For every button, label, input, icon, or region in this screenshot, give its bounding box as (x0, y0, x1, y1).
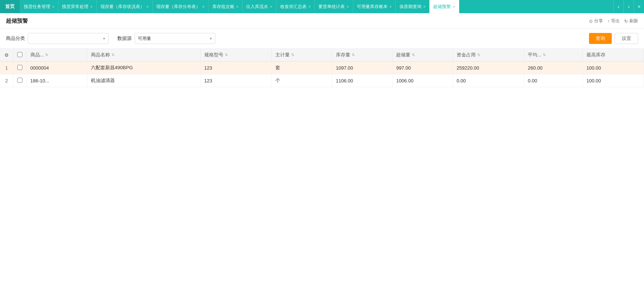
tab-close-icon-0[interactable]: × (52, 4, 54, 9)
cell-max-stock: 100.00 (583, 62, 644, 74)
nav-tab-6[interactable]: 收发存汇总表× (277, 0, 315, 13)
col-overstock[interactable]: 超储量 ⇅ (392, 49, 453, 62)
filter-row: 商品分类 ▾ 数据源 可用量 ▾ 查询 设置 (0, 29, 644, 49)
page-content: 超储预警 ⊙ 分享 ↑ 导出 ↻ 刷新 商品分类 ▾ 数据源 (0, 13, 644, 293)
nav-tab-5[interactable]: 出入库流水× (242, 0, 276, 13)
select-all-checkbox[interactable] (17, 52, 22, 57)
cell-capital: 259220.00 (453, 62, 524, 74)
nav-tab-0[interactable]: 拣货任务管理× (20, 0, 58, 13)
col-product-name[interactable]: 商品名称 ⇅ (87, 49, 200, 62)
sort-spec-icon: ⇅ (225, 53, 228, 57)
tab-close-icon-7[interactable]: × (347, 4, 349, 9)
cell-overstock: 1006.00 (392, 74, 453, 87)
share-icon: ⊙ (589, 19, 593, 24)
cell-capital: 0.00 (453, 74, 524, 87)
datasource-label: 数据源 (117, 35, 132, 42)
nav-tab-10[interactable]: 超储预警× (429, 0, 459, 13)
nav-tab-7[interactable]: 要货单统计表× (315, 0, 353, 13)
cell-product-code: 186-10... (26, 74, 87, 87)
page-header: 超储预警 ⊙ 分享 ↑ 导出 ↻ 刷新 (0, 13, 644, 29)
setting-button[interactable]: 设置 (615, 33, 638, 44)
category-select[interactable]: ▾ (28, 33, 109, 44)
col-max-stock[interactable]: 最高库存 (583, 49, 644, 62)
tab-close-icon-10[interactable]: × (453, 4, 455, 9)
nav-home[interactable]: 首页 (0, 0, 20, 13)
tab-close-icon-8[interactable]: × (389, 4, 392, 9)
nav-prev-btn[interactable]: ‹ (613, 0, 623, 13)
cell-spec: 123 (200, 74, 271, 87)
nav-tab-2[interactable]: 现存量（库存状况表）× (97, 0, 153, 13)
nav-next-btn[interactable]: › (623, 0, 634, 13)
nav-tab-9[interactable]: 保质期查询× (396, 0, 429, 13)
row-index: 1 (0, 62, 13, 74)
table-container: ⚙ 商品... ⇅ 商品名称 ⇅ (0, 49, 644, 87)
cell-product-code: 0000004 (26, 62, 87, 74)
header-actions: ⊙ 分享 ↑ 导出 ↻ 刷新 (589, 18, 638, 24)
col-stock[interactable]: 库存量 ⇅ (332, 49, 392, 62)
data-table: ⚙ 商品... ⇅ 商品名称 ⇅ (0, 49, 644, 87)
tab-close-icon-2[interactable]: × (146, 4, 149, 9)
tab-close-icon-1[interactable]: × (90, 4, 92, 9)
datasource-select[interactable]: 可用量 ▾ (135, 33, 215, 44)
cell-overstock: 997.00 (392, 62, 453, 74)
cell-stock: 1106.00 (332, 74, 392, 87)
col-spec[interactable]: 规格型号 ⇅ (200, 49, 271, 62)
page-title: 超储预警 (6, 18, 28, 25)
row-checkbox-cell (13, 62, 26, 74)
category-dropdown-icon: ▾ (103, 36, 105, 41)
row-index: 2 (0, 74, 13, 87)
filter-buttons: 查询 设置 (589, 33, 638, 44)
datasource-dropdown-icon: ▾ (210, 36, 212, 41)
export-icon: ↑ (607, 19, 610, 24)
sort-stock-icon: ⇅ (352, 53, 355, 57)
category-label: 商品分类 (6, 35, 25, 42)
tab-close-icon-6[interactable]: × (308, 4, 311, 9)
table-row: 2 186-10... 机油滤清器 123 个 1106.00 1006.00 … (0, 74, 644, 87)
cell-product-name: 机油滤清器 (87, 74, 200, 87)
tab-close-icon-9[interactable]: × (423, 4, 425, 9)
col-avg[interactable]: 平均... ⇅ (524, 49, 583, 62)
table-header-row: ⚙ 商品... ⇅ 商品名称 ⇅ (0, 49, 644, 62)
tab-close-icon-5[interactable]: × (270, 4, 272, 9)
col-select-all (13, 49, 26, 62)
row-checkbox[interactable] (17, 78, 22, 83)
nav-tab-8[interactable]: 可用量库存账本× (353, 0, 396, 13)
sort-product-name-icon: ⇅ (111, 53, 114, 57)
cell-avg: 0.00 (524, 74, 583, 87)
table-row: 1 0000004 六配套新昌490BPG 123 套 1097.00 997.… (0, 62, 644, 74)
tab-close-icon-4[interactable]: × (236, 4, 238, 9)
cell-product-name: 六配套新昌490BPG (87, 62, 200, 74)
export-link[interactable]: ↑ 导出 (607, 18, 620, 24)
query-button[interactable]: 查询 (589, 33, 612, 44)
col-product-code[interactable]: 商品... ⇅ (26, 49, 87, 62)
col-capital[interactable]: 资金占用 ⇅ (453, 49, 524, 62)
nav-tab-1[interactable]: 拣货异常处理× (58, 0, 96, 13)
share-link[interactable]: ⊙ 分享 (589, 18, 603, 24)
nav-more-btn[interactable]: × (634, 0, 644, 13)
col-gear: ⚙ (0, 49, 13, 62)
top-nav: 首页 拣货任务管理×拣货异常处理×现存量（库存状况表）×现存量（库存分布表）×库… (0, 0, 644, 13)
cell-max-stock: 100.00 (583, 74, 644, 87)
cell-spec: 123 (200, 62, 271, 74)
refresh-icon: ↻ (624, 19, 628, 24)
sort-product-code-icon: ⇅ (45, 53, 48, 57)
nav-tab-4[interactable]: 库存批次账× (209, 0, 242, 13)
nav-arrows: ‹ › × (613, 0, 644, 13)
sort-capital-icon: ⇅ (477, 53, 480, 57)
tab-close-icon-3[interactable]: × (202, 4, 204, 9)
refresh-link[interactable]: ↻ 刷新 (624, 18, 638, 24)
cell-stock: 1097.00 (332, 62, 392, 74)
datasource-filter-group: 数据源 可用量 ▾ (117, 33, 215, 44)
sort-unit-icon: ⇅ (291, 53, 294, 57)
nav-tab-3[interactable]: 现存量（库存分布表）× (153, 0, 208, 13)
cell-avg: 260.00 (524, 62, 583, 74)
sort-avg-icon: ⇅ (543, 53, 546, 57)
row-checkbox-cell (13, 74, 26, 87)
cell-unit: 套 (272, 62, 332, 74)
datasource-select-value: 可用量 (138, 36, 210, 42)
gear-icon[interactable]: ⚙ (4, 52, 9, 58)
col-unit[interactable]: 主计量 ⇅ (272, 49, 332, 62)
sort-overstock-icon: ⇅ (412, 53, 415, 57)
cell-unit: 个 (272, 74, 332, 87)
row-checkbox[interactable] (17, 65, 22, 70)
